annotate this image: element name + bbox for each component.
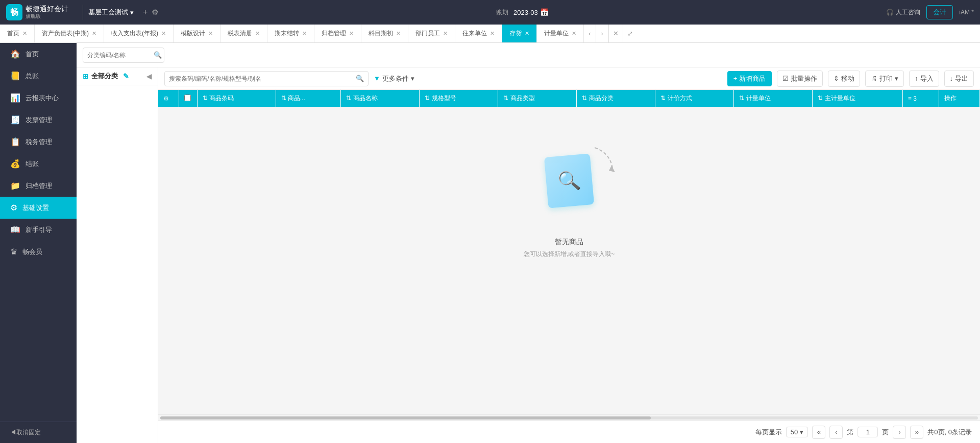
tab-close-homepage[interactable]: ✕ bbox=[22, 30, 27, 37]
prev-page-btn[interactable]: ‹ bbox=[829, 426, 843, 439]
import-btn[interactable]: ↑ 导入 bbox=[909, 71, 939, 87]
iam-label: iAM * bbox=[959, 9, 974, 16]
sidebar-item-settlement[interactable]: 💰 结账 bbox=[0, 153, 77, 175]
first-page-btn[interactable]: « bbox=[812, 426, 825, 439]
tab-close-all-btn[interactable]: ✕ bbox=[608, 25, 623, 43]
chevron-down-icon: ▾ bbox=[411, 75, 414, 82]
tab-balance-sheet[interactable]: 资产负债表(中期) ✕ bbox=[35, 25, 104, 43]
edit-category-icon[interactable]: ✎ bbox=[123, 72, 129, 80]
empty-doc-icon: 🔍 bbox=[544, 153, 594, 208]
account-button[interactable]: 会计 bbox=[926, 5, 953, 19]
tab-period-end[interactable]: 期末结转 ✕ bbox=[267, 25, 314, 43]
add-product-btn[interactable]: + 新增商品 bbox=[727, 71, 772, 86]
help-btn[interactable]: 🎧 人工咨询 bbox=[886, 8, 920, 17]
page-size-label: 每页显示 bbox=[755, 428, 782, 437]
empty-state: 🔍 暂无商品 您可以选择新增,或者直接导入哦~ bbox=[158, 107, 980, 289]
calendar-icon[interactable]: 📅 bbox=[540, 8, 549, 16]
category-search-icon[interactable]: 🔍 bbox=[154, 51, 162, 59]
product-search-input[interactable] bbox=[169, 75, 356, 82]
org-name[interactable]: 基层工会测试 ▾ bbox=[88, 8, 134, 17]
tab-income-statement[interactable]: 收入支出表(年报) ✕ bbox=[104, 25, 174, 43]
tab-close-inventory[interactable]: ✕ bbox=[525, 30, 529, 37]
membership-icon: ♛ bbox=[10, 247, 17, 257]
col-price-method: ⇅ 计价方式 bbox=[655, 90, 734, 107]
cloud-report-icon: 📊 bbox=[10, 93, 20, 103]
tab-next-btn[interactable]: › bbox=[596, 25, 608, 43]
export-btn[interactable]: ↓ 导出 bbox=[944, 71, 974, 87]
horizontal-scrollbar[interactable] bbox=[158, 414, 980, 421]
scrollbar-thumb[interactable] bbox=[160, 416, 651, 419]
tab-dept-employee[interactable]: 部门员工 ✕ bbox=[408, 25, 455, 43]
select-all-checkbox[interactable] bbox=[184, 95, 191, 101]
page-size-select[interactable]: 50 ▾ bbox=[786, 427, 808, 437]
scrollbar-track[interactable] bbox=[160, 416, 978, 419]
tab-prev-btn[interactable]: ‹ bbox=[584, 25, 596, 43]
sidebar-item-guide[interactable]: 📖 新手引导 bbox=[0, 219, 77, 241]
tab-close-income[interactable]: ✕ bbox=[161, 30, 166, 37]
app-subtitle: 旗舰版 bbox=[26, 13, 68, 20]
sidebar-item-archive[interactable]: 📁 归档管理 bbox=[0, 175, 77, 197]
product-search-icon[interactable]: 🔍 bbox=[356, 75, 364, 82]
tab-subject-init[interactable]: 科目期初 ✕ bbox=[361, 25, 408, 43]
sidebar-item-home[interactable]: 🏠 首页 bbox=[0, 43, 77, 65]
col-extra[interactable]: ≡ 3 bbox=[902, 90, 939, 107]
tab-tax-table[interactable]: 税表清册 ✕ bbox=[220, 25, 267, 43]
tab-close-subject[interactable]: ✕ bbox=[396, 30, 401, 37]
col-settings-icon[interactable]: ⚙ bbox=[158, 90, 179, 107]
sort-type-icon[interactable]: ⇅ bbox=[503, 95, 508, 102]
page-label: 第 bbox=[847, 428, 853, 437]
sidebar-item-cloud-report[interactable]: 📊 云报表中心 bbox=[0, 87, 77, 109]
more-conditions-btn[interactable]: ▼ 更多条件 ▾ bbox=[374, 74, 414, 83]
print-dropdown-icon[interactable]: ▾ bbox=[895, 75, 898, 82]
tab-counterpart[interactable]: 往来单位 ✕ bbox=[455, 25, 502, 43]
main-layout: 🏠 首页 📒 总账 📊 云报表中心 🧾 发票管理 📋 税务管理 💰 结账 📁 归… bbox=[0, 43, 980, 443]
tab-inventory[interactable]: 存货 ✕ bbox=[502, 25, 537, 43]
settings-gear-icon[interactable]: ⚙ bbox=[152, 8, 158, 17]
sidebar-item-general-ledger[interactable]: 📒 总账 bbox=[0, 65, 77, 87]
tab-close-balance[interactable]: ✕ bbox=[92, 30, 96, 37]
grid-icon: ⊞ bbox=[83, 73, 88, 80]
org-dropdown-icon[interactable]: ▾ bbox=[130, 9, 134, 16]
tab-close-template[interactable]: ✕ bbox=[208, 30, 213, 37]
sidebar-item-basic-settings[interactable]: ⚙ 基础设置 bbox=[0, 197, 77, 219]
category-search-input[interactable] bbox=[87, 52, 154, 59]
page-size-dropdown-icon[interactable]: ▾ bbox=[800, 428, 803, 436]
tab-template-design[interactable]: 模版设计 ✕ bbox=[174, 25, 220, 43]
last-page-btn[interactable]: » bbox=[910, 426, 923, 439]
tab-expand-btn[interactable]: ⤢ bbox=[623, 25, 637, 43]
tab-close-tax[interactable]: ✕ bbox=[255, 30, 260, 37]
sidebar-item-tax[interactable]: 📋 税务管理 bbox=[0, 131, 77, 153]
col-checkbox[interactable] bbox=[179, 90, 197, 107]
sort-category-icon[interactable]: ⇅ bbox=[582, 95, 587, 102]
tab-close-unit[interactable]: ✕ bbox=[572, 30, 576, 37]
next-page-btn[interactable]: › bbox=[893, 426, 906, 439]
sort-unit-icon[interactable]: ⇅ bbox=[739, 95, 744, 102]
move-btn[interactable]: ⇕ 移动 bbox=[828, 71, 860, 87]
sidebar-unpin-btn[interactable]: ◀︎取消固定 bbox=[0, 422, 77, 443]
sort-main-unit-icon[interactable]: ⇅ bbox=[818, 95, 823, 102]
tab-close-archive[interactable]: ✕ bbox=[349, 30, 354, 37]
add-tab-btn[interactable]: + bbox=[143, 8, 148, 17]
col-unit: ⇅ 计量单位 bbox=[734, 90, 813, 107]
print-btn[interactable]: 🖨 打印 ▾ bbox=[865, 71, 904, 87]
import-icon: ↑ bbox=[915, 75, 918, 82]
product-table-wrap: ⚙ ⇅ 商品条码 ⇅ 商品... bbox=[158, 90, 980, 414]
col-category: ⇅ 商品分类 bbox=[577, 90, 655, 107]
tab-close-counterpart[interactable]: ✕ bbox=[490, 30, 495, 37]
tab-close-dept[interactable]: ✕ bbox=[443, 30, 448, 37]
batch-ops-btn[interactable]: ☑ 批量操作 bbox=[777, 71, 823, 87]
tab-homepage[interactable]: 首页 ✕ bbox=[0, 25, 35, 43]
tab-archive[interactable]: 归档管理 ✕ bbox=[314, 25, 361, 43]
page-number-input[interactable] bbox=[857, 427, 878, 437]
sidebar-item-membership[interactable]: ♛ 畅会员 bbox=[0, 241, 77, 263]
sort-spec-icon[interactable]: ⇅ bbox=[425, 95, 430, 102]
sort-name-icon[interactable]: ⇅ bbox=[346, 95, 351, 102]
sort-price-icon[interactable]: ⇅ bbox=[660, 95, 666, 102]
sort-code-icon[interactable]: ⇅ bbox=[281, 95, 286, 102]
sidebar-item-invoice[interactable]: 🧾 发票管理 bbox=[0, 109, 77, 131]
tab-unit[interactable]: 计量单位 ✕ bbox=[537, 25, 584, 43]
collapse-panel-icon[interactable]: ◀ bbox=[146, 73, 152, 80]
tab-close-period[interactable]: ✕ bbox=[302, 30, 307, 37]
sort-barcode-icon[interactable]: ⇅ bbox=[203, 95, 208, 102]
total-records-label: 共0页, 0条记录 bbox=[927, 428, 972, 437]
